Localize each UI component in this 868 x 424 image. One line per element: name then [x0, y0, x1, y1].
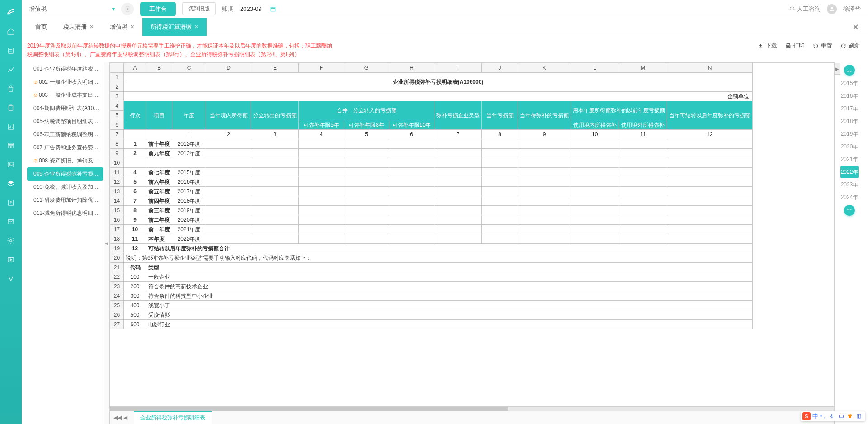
cell[interactable] — [482, 139, 518, 149]
col-header[interactable]: F — [299, 63, 344, 73]
row-header[interactable]: 16 — [110, 215, 124, 225]
home-icon[interactable] — [6, 27, 15, 36]
cell[interactable] — [206, 168, 251, 177]
cell[interactable]: 7 — [124, 196, 146, 206]
image-icon[interactable] — [6, 160, 15, 169]
cell[interactable] — [482, 158, 518, 168]
cell[interactable] — [571, 149, 619, 158]
cell[interactable]: 1 — [172, 130, 206, 139]
tax-type-dropdown[interactable]: 增值税 ▾ — [29, 5, 115, 13]
col-header[interactable]: I — [434, 63, 482, 73]
cell[interactable]: 前一年度 — [146, 225, 172, 234]
cell[interactable]: 弥补亏损企业类型 — [434, 101, 482, 130]
clipboard-icon[interactable] — [6, 103, 15, 112]
cell[interactable]: 前三年度 — [146, 206, 172, 215]
cell[interactable] — [518, 215, 571, 225]
cell[interactable] — [667, 187, 753, 196]
row-header[interactable]: 11 — [110, 168, 124, 177]
cell[interactable] — [482, 196, 518, 206]
corner-cell[interactable] — [110, 63, 124, 73]
tree-item[interactable]: 004-期间费用明细表(A1040... — [27, 102, 103, 115]
cell[interactable]: 5 — [124, 177, 146, 187]
cell[interactable] — [667, 158, 753, 168]
ime-skin-icon[interactable] — [847, 414, 854, 419]
year-option[interactable]: 2022年 — [840, 166, 859, 178]
cell[interactable] — [434, 234, 482, 244]
cell[interactable] — [146, 158, 172, 168]
cell[interactable] — [146, 130, 172, 139]
cell[interactable]: 当年待弥补的亏损额 — [518, 101, 571, 130]
cell[interactable]: 合并、分立转入的亏损额 — [299, 101, 434, 120]
consult-link[interactable]: 人工咨询 — [789, 5, 821, 13]
cell[interactable] — [434, 149, 482, 158]
col-header[interactable]: C — [172, 63, 206, 73]
year-option[interactable]: 2017年 — [840, 102, 859, 115]
cell[interactable] — [344, 206, 389, 215]
cell[interactable] — [518, 206, 571, 215]
cell[interactable] — [344, 187, 389, 196]
tree-item[interactable]: 010-免税、减计收入及加计... — [27, 181, 103, 194]
stack-icon[interactable] — [6, 179, 15, 188]
cell[interactable] — [571, 168, 619, 177]
cell[interactable] — [299, 196, 344, 206]
cell[interactable] — [571, 206, 619, 215]
year-option[interactable]: 2021年 — [840, 153, 859, 166]
cell[interactable] — [299, 168, 344, 177]
cell[interactable]: 2016年度 — [172, 177, 206, 187]
grid-table[interactable]: ABCDEFGHIJKLMN 1企业所得税弥补亏损明细表(A106000)23金… — [110, 63, 753, 329]
cell[interactable] — [251, 149, 299, 158]
col-header[interactable]: H — [389, 63, 434, 73]
ime-tools-icon[interactable] — [856, 414, 863, 419]
cell[interactable] — [571, 158, 619, 168]
ime-mic-icon[interactable] — [829, 414, 836, 419]
tab-close-icon[interactable]: ✕ — [194, 24, 198, 30]
cell[interactable] — [251, 187, 299, 196]
cell[interactable]: 受疫情影 — [146, 310, 753, 320]
row-header[interactable]: 14 — [110, 196, 124, 206]
cell[interactable]: 300 — [124, 291, 146, 301]
user-avatar[interactable] — [827, 4, 837, 14]
tree-item[interactable]: ⊘003-一般企业成本支出明细... — [27, 89, 103, 102]
cell[interactable]: 2013年度 — [172, 149, 206, 158]
cell[interactable]: 项目 — [146, 101, 172, 130]
cell[interactable] — [251, 215, 299, 225]
cell[interactable]: 前五年度 — [146, 187, 172, 196]
cell[interactable]: 一般企业 — [146, 272, 753, 282]
cell[interactable] — [667, 206, 753, 215]
cell[interactable] — [619, 196, 667, 206]
cell[interactable] — [434, 139, 482, 149]
col-header[interactable]: J — [482, 63, 518, 73]
cell[interactable]: 代码 — [124, 263, 146, 272]
cell[interactable] — [172, 158, 206, 168]
row-header[interactable]: 21 — [110, 263, 124, 272]
cell[interactable]: 12 — [124, 244, 146, 253]
cell[interactable]: 8 — [124, 206, 146, 215]
reset-button[interactable]: 重置 — [813, 42, 832, 50]
cell[interactable] — [251, 168, 299, 177]
cell[interactable] — [434, 158, 482, 168]
cell[interactable]: 可结转以后年度弥补的亏损额合计 — [146, 244, 753, 253]
cell[interactable]: 电影行业 — [146, 320, 753, 329]
row-header[interactable]: 6 — [110, 120, 124, 130]
cell[interactable]: 前六年度 — [146, 177, 172, 187]
year-option[interactable]: 2019年 — [840, 128, 859, 140]
cell[interactable] — [619, 234, 667, 244]
cell[interactable]: 9 — [124, 215, 146, 225]
sheet-nav-first[interactable]: ◀◀ — [113, 414, 122, 421]
row-header[interactable]: 9 — [110, 149, 124, 158]
cell[interactable]: 2012年度 — [172, 139, 206, 149]
cell[interactable]: 用本年度所得额弥补的以前年度亏损额 — [571, 101, 667, 120]
cell[interactable] — [434, 177, 482, 187]
cell[interactable] — [389, 149, 434, 158]
mail-icon[interactable] — [6, 217, 15, 226]
sheet-tab[interactable]: 企业所得税弥补亏损明细表 — [134, 411, 212, 424]
year-option[interactable]: 2015年 — [840, 77, 859, 90]
cell[interactable]: 6 — [389, 130, 434, 139]
cell[interactable] — [518, 187, 571, 196]
cell[interactable] — [124, 130, 146, 139]
tree-item[interactable]: ⊘002-一般企业收入明细表(A... — [27, 76, 103, 89]
tab[interactable]: 首页 — [27, 18, 55, 36]
cell[interactable] — [206, 225, 251, 234]
cell[interactable]: 前二年度 — [146, 215, 172, 225]
cell[interactable] — [482, 177, 518, 187]
